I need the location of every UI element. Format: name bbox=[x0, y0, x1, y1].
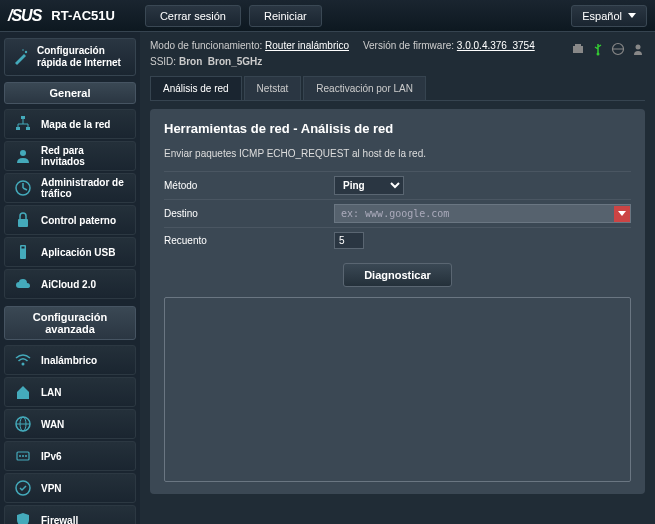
tab-network-analysis[interactable]: Análisis de red bbox=[150, 76, 242, 100]
sidebar-item-label: IPv6 bbox=[41, 451, 62, 462]
svg-rect-3 bbox=[16, 127, 20, 130]
sidebar-item-label: Firewall bbox=[41, 515, 78, 525]
fw-value-link[interactable]: 3.0.0.4.376_3754 bbox=[457, 40, 535, 51]
svg-point-15 bbox=[19, 455, 21, 457]
svg-point-16 bbox=[22, 455, 24, 457]
tab-wake-on-lan[interactable]: Reactivación por LAN bbox=[303, 76, 426, 100]
sidebar-item-label: AiCloud 2.0 bbox=[41, 279, 96, 290]
svg-rect-9 bbox=[22, 247, 25, 249]
sidebar-item-label: VPN bbox=[41, 483, 62, 494]
ssid-label: SSID: bbox=[150, 56, 176, 67]
method-select[interactable]: Ping bbox=[334, 176, 404, 195]
chevron-down-icon bbox=[628, 13, 636, 19]
sidebar-item-firewall[interactable]: Firewall bbox=[4, 505, 136, 524]
network-map-icon bbox=[13, 114, 33, 134]
cloud-icon bbox=[13, 274, 33, 294]
count-label: Recuento bbox=[164, 235, 334, 246]
diagnose-button[interactable]: Diagnosticar bbox=[343, 263, 452, 287]
method-label: Método bbox=[164, 180, 334, 191]
wand-icon bbox=[11, 47, 31, 67]
sidebar-item-vpn[interactable]: VPN bbox=[4, 473, 136, 503]
sidebar-item-label: Administrador de tráfico bbox=[41, 177, 127, 199]
vpn-icon bbox=[13, 478, 33, 498]
sidebar-item-label: Inalámbrico bbox=[41, 355, 97, 366]
panel-title: Herramientas de red - Análisis de red bbox=[164, 121, 631, 136]
internet-status-icon[interactable] bbox=[611, 42, 625, 56]
sidebar-qis-label: Configuración rápida de Internet bbox=[37, 45, 129, 69]
sidebar-header-general: General bbox=[4, 82, 136, 104]
svg-point-24 bbox=[636, 45, 641, 50]
count-input[interactable] bbox=[334, 232, 364, 249]
svg-point-21 bbox=[597, 53, 600, 56]
language-label: Español bbox=[582, 10, 622, 22]
logout-button[interactable]: Cerrar sesión bbox=[145, 5, 241, 27]
target-input[interactable] bbox=[335, 205, 614, 222]
guest-icon bbox=[13, 146, 33, 166]
ipv6-icon bbox=[13, 446, 33, 466]
sidebar-item-wan[interactable]: WAN bbox=[4, 409, 136, 439]
sidebar-item-wireless[interactable]: Inalámbrico bbox=[4, 345, 136, 375]
sidebar-item-traffic-manager[interactable]: Administrador de tráfico bbox=[4, 173, 136, 203]
home-icon bbox=[13, 382, 33, 402]
sidebar-item-label: Control paterno bbox=[41, 215, 116, 226]
sidebar-item-label: Red para invitados bbox=[41, 145, 127, 167]
sidebar-item-aicloud[interactable]: AiCloud 2.0 bbox=[4, 269, 136, 299]
sidebar-item-label: WAN bbox=[41, 419, 64, 430]
sidebar-item-label: Mapa de la red bbox=[41, 119, 110, 130]
wifi-icon bbox=[13, 350, 33, 370]
svg-rect-19 bbox=[573, 46, 583, 53]
traffic-icon bbox=[13, 178, 33, 198]
ssid-1: Bron bbox=[179, 56, 202, 67]
sidebar-item-parental-control[interactable]: Control paterno bbox=[4, 205, 136, 235]
sidebar-item-network-map[interactable]: Mapa de la red bbox=[4, 109, 136, 139]
lock-icon bbox=[13, 210, 33, 230]
tab-netstat[interactable]: Netstat bbox=[244, 76, 302, 100]
ssid-2: Bron_5GHz bbox=[208, 56, 262, 67]
output-textarea[interactable] bbox=[164, 297, 631, 482]
model-name: RT-AC51U bbox=[51, 8, 115, 23]
mode-label: Modo de funcionamiento: bbox=[150, 40, 262, 51]
svg-rect-7 bbox=[18, 219, 28, 227]
fw-label: Versión de firmware: bbox=[363, 40, 454, 51]
globe-icon bbox=[13, 414, 33, 434]
brand-logo: /SUS bbox=[8, 7, 41, 25]
target-dropdown-button[interactable] bbox=[614, 206, 630, 222]
sidebar-item-ipv6[interactable]: IPv6 bbox=[4, 441, 136, 471]
language-button[interactable]: Español bbox=[571, 5, 647, 27]
sidebar-item-guest-network[interactable]: Red para invitados bbox=[4, 141, 136, 171]
usb-status-icon[interactable] bbox=[591, 42, 605, 56]
svg-rect-20 bbox=[575, 44, 581, 47]
guest-status-icon[interactable] bbox=[631, 42, 645, 56]
svg-point-1 bbox=[22, 49, 24, 51]
sidebar-qis[interactable]: Configuración rápida de Internet bbox=[4, 38, 136, 76]
shield-icon bbox=[13, 510, 33, 524]
mode-value-link[interactable]: Router inalámbrico bbox=[265, 40, 349, 51]
usb-icon bbox=[13, 242, 33, 262]
sidebar-item-lan[interactable]: LAN bbox=[4, 377, 136, 407]
svg-point-10 bbox=[22, 363, 25, 366]
printer-status-icon[interactable] bbox=[571, 42, 585, 56]
target-label: Destino bbox=[164, 208, 334, 219]
svg-point-17 bbox=[25, 455, 27, 457]
svg-rect-4 bbox=[26, 127, 30, 130]
svg-point-0 bbox=[25, 51, 27, 53]
svg-point-5 bbox=[20, 150, 26, 156]
sidebar-item-usb-app[interactable]: Aplicación USB bbox=[4, 237, 136, 267]
panel-description: Enviar paquetes ICMP ECHO_REQUEST al hos… bbox=[164, 148, 631, 159]
sidebar-item-label: LAN bbox=[41, 387, 62, 398]
sidebar-header-advanced: Configuración avanzada bbox=[4, 306, 136, 340]
reboot-button[interactable]: Reiniciar bbox=[249, 5, 322, 27]
sidebar-item-label: Aplicación USB bbox=[41, 247, 115, 258]
svg-rect-2 bbox=[21, 116, 25, 119]
